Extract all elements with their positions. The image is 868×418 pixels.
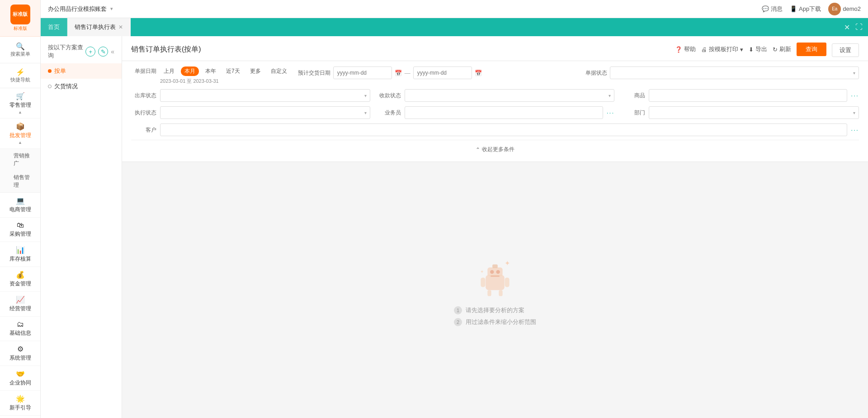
date-opt-last-month[interactable]: 上月 bbox=[160, 66, 178, 76]
submenu-item-sales[interactable]: 销售管理 bbox=[0, 171, 40, 192]
dept-select[interactable] bbox=[649, 106, 859, 119]
topbar-right: 💬 消息 📱 App下载 Ea demo2 bbox=[762, 3, 861, 15]
date-calendar-icon-1[interactable]: 📅 bbox=[395, 70, 402, 76]
left-panel-item-arrears-label: 欠货情况 bbox=[54, 82, 78, 90]
topbar-message-label: 消息 bbox=[771, 5, 783, 13]
expected-date-end-input[interactable] bbox=[413, 66, 472, 79]
sidebar-item-retail[interactable]: 🛒 零售管理 ▲ bbox=[0, 88, 40, 119]
sidebar-item-retail-arrow: ▲ bbox=[18, 110, 22, 114]
bill-status-select[interactable] bbox=[610, 66, 859, 79]
date-opt-7days[interactable]: 近7天 bbox=[222, 66, 244, 76]
active-dot-icon bbox=[48, 69, 52, 73]
sidebar-item-appstore[interactable]: 🔲 应用中心 bbox=[0, 416, 40, 418]
sidebar-logo: 标准版 标准版 bbox=[0, 0, 40, 37]
date-opt-more[interactable]: 更多 bbox=[246, 66, 264, 76]
date-opt-current-month[interactable]: 本月 bbox=[181, 66, 199, 76]
topbar-app-title: 办公用品行业模拟账套 bbox=[48, 5, 107, 13]
tab-close-icon[interactable]: ✕ bbox=[118, 24, 123, 30]
submenu-item-marketing[interactable]: 营销推广 bbox=[0, 149, 40, 171]
topbar-message-btn[interactable]: 💬 消息 bbox=[762, 5, 783, 13]
quick-nav-label: 快捷导航 bbox=[10, 76, 30, 83]
filter-cell-outstatus: 出库状态 ▾ bbox=[131, 89, 370, 102]
left-panel-edit-btn[interactable]: ✎ bbox=[98, 47, 108, 57]
refresh-btn[interactable]: ↻ 刷新 bbox=[773, 45, 791, 53]
goods-more-icon[interactable]: ··· bbox=[851, 92, 859, 99]
message-icon: 💬 bbox=[762, 5, 769, 12]
salesperson-more-icon[interactable]: ··· bbox=[607, 109, 615, 116]
refresh-icon: ↻ bbox=[773, 46, 778, 53]
left-panel-item-arrears[interactable]: 欠货情况 bbox=[41, 79, 122, 94]
topbar: 办公用品行业模拟账套 ▾ 💬 消息 📱 App下载 Ea demo2 bbox=[41, 0, 868, 18]
topbar-app-download-btn[interactable]: 📱 App下载 bbox=[790, 5, 821, 13]
submenu-item-sales-label: 销售管理 bbox=[14, 174, 33, 189]
sidebar-item-finance[interactable]: 💰 资金管理 bbox=[0, 267, 40, 292]
tab-home[interactable]: 首页 bbox=[41, 18, 67, 36]
export-icon: ⬇ bbox=[749, 46, 754, 53]
left-panel-item-pressorder[interactable]: 按单 bbox=[41, 63, 122, 79]
print-btn[interactable]: 🖨 按模板打印 ▾ bbox=[701, 45, 743, 53]
customer-input[interactable] bbox=[160, 124, 847, 136]
out-status-select[interactable] bbox=[160, 89, 370, 102]
expected-date-label: 预计交货日期 bbox=[298, 69, 330, 77]
sidebar-item-retail-label: 零售管理 bbox=[9, 101, 31, 109]
expected-date-start-input[interactable] bbox=[333, 66, 392, 79]
right-panel: 销售订单执行表(按单) ❓ 帮助 🖨 按模板打印 ▾ ⬇ 导出 bbox=[122, 36, 868, 418]
goods-label: 商品 bbox=[620, 92, 645, 100]
svg-rect-8 bbox=[487, 290, 491, 296]
tab-sales-order-label: 销售订单执行表 bbox=[75, 23, 116, 31]
goods-input[interactable] bbox=[649, 89, 847, 102]
topbar-user-name: demo2 bbox=[843, 5, 861, 12]
date-opt-current-year[interactable]: 本年 bbox=[202, 66, 220, 76]
collapse-filter-btn[interactable]: ⌃ 收起更多条件 bbox=[131, 143, 859, 156]
help-btn[interactable]: ❓ 帮助 bbox=[675, 45, 696, 53]
sidebar-search-section: 🔍 搜索菜单 bbox=[0, 37, 40, 63]
customer-more-icon[interactable]: ··· bbox=[851, 126, 859, 133]
svg-rect-1 bbox=[487, 267, 502, 276]
tabbar: 首页 销售订单执行表 ✕ ✕ ⛶ bbox=[41, 18, 868, 36]
empty-line-2-text: 用过滤条件来缩小分析范围 bbox=[466, 318, 536, 326]
svg-rect-2 bbox=[492, 264, 498, 268]
svg-rect-9 bbox=[499, 290, 502, 296]
setup-btn[interactable]: 设置 bbox=[832, 43, 859, 57]
filter-cell-payment: 收款状态 ▾ bbox=[376, 89, 615, 102]
customer-label: 客户 bbox=[131, 126, 156, 134]
left-panel-title: 按以下方案查询 + ✎ « bbox=[41, 42, 122, 63]
sidebar-item-enterprise[interactable]: 🤝 企业协同 bbox=[0, 366, 40, 391]
topbar-user-btn[interactable]: Ea demo2 bbox=[828, 3, 861, 15]
left-panel-actions: + ✎ « bbox=[85, 47, 114, 57]
date-opt-custom[interactable]: 自定义 bbox=[267, 66, 291, 76]
tabbar-expand-btn[interactable]: ⛶ bbox=[855, 23, 863, 31]
svg-text:✦: ✦ bbox=[480, 269, 484, 274]
tab-sales-order[interactable]: 销售订单执行表 ✕ bbox=[67, 18, 131, 36]
left-panel-collapse-btn[interactable]: « bbox=[111, 48, 114, 55]
topbar-left: 办公用品行业模拟账套 ▾ bbox=[48, 5, 113, 13]
date-dash: — bbox=[405, 70, 410, 76]
sidebar-item-inventory[interactable]: 📊 库存核算 bbox=[0, 242, 40, 267]
sidebar-item-operation[interactable]: 📈 经营管理 bbox=[0, 292, 40, 317]
sidebar-item-enterprise-label: 企业协同 bbox=[9, 379, 31, 387]
quick-nav-item[interactable]: ⚡ 快捷导航 bbox=[0, 65, 40, 86]
page-actions: ❓ 帮助 🖨 按模板打印 ▾ ⬇ 导出 ↻ 刷新 bbox=[675, 42, 859, 57]
sidebar-item-system[interactable]: ⚙ 系统管理 bbox=[0, 341, 40, 366]
sidebar-item-ecom[interactable]: 💻 电商管理 bbox=[0, 193, 40, 218]
sidebar-item-wholesale-label: 批发管理 bbox=[9, 132, 31, 139]
export-btn[interactable]: ⬇ 导出 bbox=[749, 45, 767, 53]
search-menu-item[interactable]: 🔍 搜索菜单 bbox=[3, 40, 38, 59]
collapse-label: 收起更多条件 bbox=[482, 146, 514, 153]
payment-status-select[interactable] bbox=[405, 89, 615, 102]
filter-area: 单据日期 上月 本月 本年 近7天 更多 自定义 2023-03-0 bbox=[122, 61, 868, 162]
date-calendar-icon-2[interactable]: 📅 bbox=[475, 70, 482, 76]
sidebar-item-purchase[interactable]: 🛍 采购管理 bbox=[0, 218, 40, 242]
exec-status-select[interactable] bbox=[160, 106, 370, 119]
empty-line-2: 2 用过滤条件来缩小分析范围 bbox=[454, 318, 536, 326]
salesperson-input[interactable] bbox=[405, 106, 603, 119]
tabbar-close-btn[interactable]: ✕ bbox=[844, 23, 850, 32]
query-btn[interactable]: 查询 bbox=[797, 43, 826, 56]
sidebar-item-wholesale[interactable]: 📦 批发管理 ▲ bbox=[0, 119, 40, 149]
sidebar-item-newuser[interactable]: 🌟 新手引导 bbox=[0, 391, 40, 416]
sidebar-item-basic[interactable]: 🗂 基础信息 bbox=[0, 317, 40, 341]
filter-collapse-row: ⌃ 收起更多条件 bbox=[131, 140, 859, 156]
filter-row-4: 客户 ··· bbox=[131, 124, 859, 136]
empty-text: 1 请先选择要分析的方案 2 用过滤条件来缩小分析范围 bbox=[454, 306, 536, 326]
left-panel-add-btn[interactable]: + bbox=[85, 47, 95, 57]
